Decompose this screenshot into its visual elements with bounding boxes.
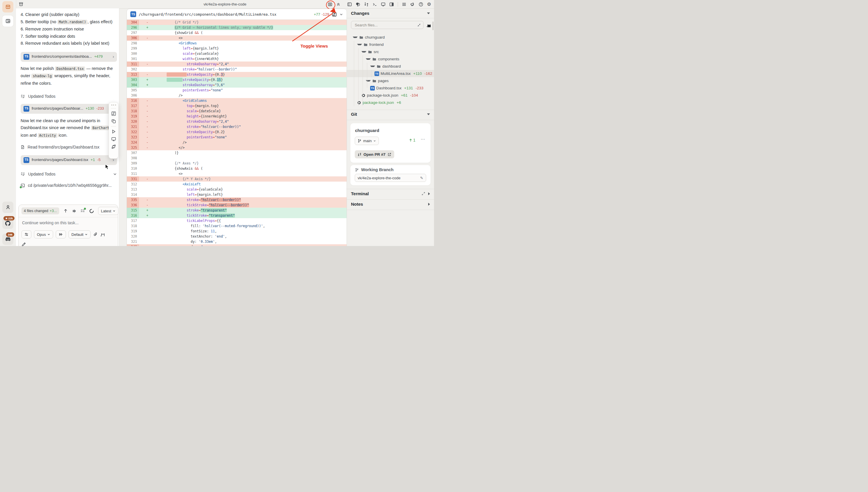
more-menu-icon[interactable]: ⋯ [421,137,425,142]
read-file-row[interactable]: Read frontend/src/pages/Dashboard.tsx [21,144,117,151]
diff-line[interactable]: 308 [127,155,347,161]
zed-logo-icon[interactable] [332,12,337,17]
diff-line[interactable]: 309 {/* Axes */} [127,161,347,166]
diff-line[interactable]: 317- top={margin.top} [127,103,347,108]
files-changed-chip[interactable]: 4 files changed +3... [22,207,59,214]
diff-line[interactable]: 296+ {/* Grid — horizontal lines only, v… [127,25,347,30]
diff-line[interactable]: 323- pointerEvents="none" [127,134,347,140]
diff-line[interactable]: 316- <GridColumns [127,98,347,103]
diff-line[interactable]: 311 <> [127,171,347,176]
diff-line[interactable]: 305 pointerEvents="none" [127,88,347,93]
expand-icon[interactable] [422,192,425,196]
account-button[interactable] [2,202,13,213]
tree-file-package-lock.json[interactable]: package-lock.json+6 [346,99,434,106]
arrow-up-icon[interactable] [63,208,68,213]
settings-sliders-button[interactable] [22,230,31,239]
diff-line[interactable]: 335- stroke="hsl(var(--border))" [127,197,347,202]
attach-paperclip-icon[interactable] [93,232,98,237]
expand-triangle-icon[interactable] [428,203,430,206]
file-edit-chip[interactable]: TS frontend/src/components/dashboa... +4… [21,52,117,62]
diff-line[interactable]: 303+ strokeOpacity={0.15} [127,77,347,82]
diff-line[interactable]: 336- tickStroke="hsl(var(--border))" [127,202,347,208]
diff-line[interactable]: 319- height={innerHeight} [127,114,347,119]
diff-line[interactable]: 318 fill: 'hsl(var(--muted-foreground))'… [127,223,347,228]
updated-todos-row[interactable]: Updated Todos [21,171,117,178]
diff-line[interactable]: 310 {showAxis && ( [127,166,347,171]
expand-arrow-icon[interactable] [370,66,375,67]
expand-arrow-icon[interactable] [361,51,366,52]
drag-handle-icon[interactable] [111,104,116,105]
diff-line[interactable]: 297 {showGrid && ( [127,30,347,35]
archive-box-icon[interactable] [19,2,23,6]
diff-line[interactable]: 321- stroke="hsl(var(--border))" [127,124,347,129]
changes-header[interactable]: Changes [351,11,430,16]
zed-logo-icon[interactable] [111,111,116,116]
monitor-icon[interactable] [111,137,116,142]
tree-file-package-lock.json[interactable]: package-lock.json+61-104 [346,92,434,99]
working-branch-input[interactable]: vk/4e2a-explore-the-code ✎ [355,174,426,182]
diff-line[interactable]: 314 left={margin.left} [127,192,347,197]
fast-forward-button[interactable] [56,230,66,239]
diff-line[interactable]: 316+ tickStroke="transparent" [127,213,347,218]
model-dropdown[interactable]: Opus [34,230,53,239]
collapse-all-icon[interactable] [336,2,341,6]
search-files-box[interactable] [351,21,424,29]
cat-icon[interactable] [100,232,105,237]
expand-arrow-icon[interactable] [366,58,371,60]
toggle-views-icon[interactable] [328,2,332,7]
diff-line[interactable]: 312 <AxisLeft [127,181,347,187]
mode-dropdown[interactable]: Default [69,230,91,239]
file-tree[interactable]: churnguardfrontendsrccomponentsdashboard… [346,34,434,106]
git-header[interactable]: Git [351,112,430,117]
diff-line[interactable]: 313- strokeOpacity={0.3} [127,72,347,77]
expand-triangle-icon[interactable] [428,192,430,195]
shrink-icon[interactable] [417,23,421,27]
spark-icon[interactable] [72,209,76,213]
diff-line[interactable]: 304+ strokeDasharray="3,6" [127,82,347,88]
diff-rows[interactable]: 304- {/* Grid */}296+ {/* Grid — horizon… [127,20,347,246]
megaphone-icon[interactable] [410,2,415,7]
chevron-down-icon[interactable] [339,13,343,16]
terminal-icon[interactable] [372,2,377,7]
pencil-icon[interactable]: ✎ [420,176,423,180]
version-dropdown[interactable]: Latest [98,207,118,215]
notes-section-header[interactable]: Notes [351,202,430,206]
diff-line[interactable]: 325- </> [127,145,347,150]
diff-line[interactable]: 306 /> [127,93,347,98]
diff-line[interactable]: 342- dx: -4, [127,244,347,246]
terminal-section-header[interactable]: Terminal [351,191,430,196]
menu-icon[interactable] [402,2,406,7]
diff-line[interactable]: 318- scale={dateScale} [127,108,347,114]
diff-line[interactable]: 300 scale={valueScale} [127,51,347,56]
collapse-triangle-icon[interactable] [427,13,430,14]
cat-icon[interactable] [426,23,432,28]
panel-right-filled-icon[interactable] [389,2,394,7]
tree-folder-churnguard[interactable]: churnguard [346,34,434,41]
help-icon[interactable] [419,2,423,7]
file-edit-chip[interactable]: TS frontend/src/pages/Dashboar... +130 -… [21,104,117,114]
kanban-board-button[interactable] [2,16,13,27]
pen-icon[interactable] [22,242,26,246]
expand-arrow-icon[interactable] [366,80,371,81]
chevron-down-icon[interactable] [113,172,117,176]
play-icon[interactable] [111,129,116,134]
monitor-icon[interactable] [381,2,385,7]
diff-line[interactable]: 322- strokeOpacity={0.2} [127,129,347,134]
chat-bubbles-icon[interactable] [356,2,360,7]
diff-line[interactable]: 331- {/* Y Axis */} [127,176,347,181]
todo-list-icon[interactable] [80,208,85,213]
diff-line[interactable]: 313 scale={valueScale} [127,187,347,192]
scrollbar-thumb[interactable] [432,22,433,30]
panel-layout-button[interactable] [2,1,13,13]
message-input[interactable] [22,220,114,225]
settings-gear-icon[interactable]: ⚙ [427,2,431,7]
tree-file-Dashboard.tsx[interactable]: TSDashboard.tsx+131-233 [346,84,434,92]
branch-dropdown[interactable]: main [355,137,379,145]
open-pr-button[interactable]: Open PR #7 [355,150,394,158]
diff-line[interactable]: 324- /> [127,140,347,145]
diff-line[interactable]: 311- strokeDasharray="2,4" [127,62,347,67]
tree-folder-pages[interactable]: pages [346,77,434,84]
diff-line[interactable]: 304- {/* Grid */} [127,20,347,25]
collapse-triangle-icon[interactable] [427,114,430,115]
ahead-count[interactable]: 1 [409,138,416,143]
